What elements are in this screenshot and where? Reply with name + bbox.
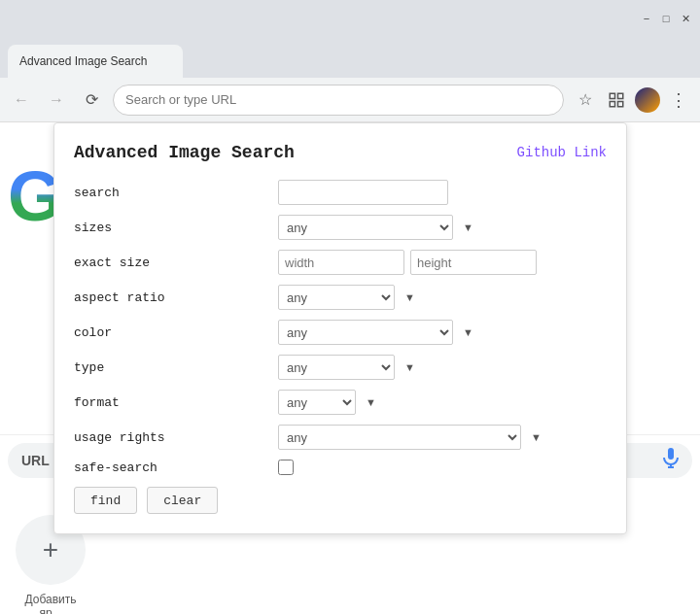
sizes-row: sizes any large medium icon ▼: [74, 215, 607, 240]
minimize-button[interactable]: −: [640, 12, 653, 25]
color-arrow: ▼: [463, 326, 473, 338]
svg-rect-2: [610, 101, 614, 106]
find-button[interactable]: find: [74, 487, 137, 514]
usage-rights-arrow: ▼: [531, 431, 542, 443]
sizes-label: sizes: [74, 221, 268, 235]
active-tab[interactable]: Advanced Image Search: [8, 45, 183, 78]
exact-size-label: exact size: [74, 256, 268, 270]
aspect-ratio-select[interactable]: any tall square wide panoramic: [278, 285, 395, 310]
usage-rights-row: usage rights any creative commons licens…: [74, 425, 607, 450]
bookmark-icon[interactable]: ☆: [572, 86, 599, 114]
format-select[interactable]: any jpg gif png bmp svg webp ico raw: [278, 390, 356, 415]
forward-button[interactable]: →: [43, 86, 70, 114]
add-icon: +: [43, 534, 58, 565]
popup-panel: Advanced Image Search Github Link search…: [53, 122, 627, 534]
aspect-ratio-label: aspect ratio: [74, 290, 268, 305]
extension-icon[interactable]: [603, 86, 630, 114]
chrome-tab-bar: Advanced Image Search: [0, 37, 700, 78]
chrome-toolbar: ← → ⟳ ☆ ⋮: [0, 78, 700, 122]
type-select[interactable]: any face photo clipart lineart animated: [278, 355, 395, 380]
type-label: type: [74, 360, 268, 375]
exact-size-row: exact size: [74, 250, 607, 275]
svg-rect-1: [618, 93, 623, 98]
google-logo: G: [0, 161, 58, 231]
close-button[interactable]: ✕: [679, 12, 692, 25]
safe-search-label: safe-search: [74, 460, 268, 475]
width-input[interactable]: [278, 250, 404, 275]
format-label: format: [74, 395, 268, 410]
main-content: G Advanced Image Search Github Link sear…: [0, 122, 700, 614]
format-arrow: ▼: [366, 396, 376, 408]
search-row: search: [74, 180, 607, 205]
popup-header: Advanced Image Search Github Link: [74, 143, 607, 162]
popup-title: Advanced Image Search: [74, 143, 295, 162]
safe-search-checkbox[interactable]: [278, 460, 294, 475]
mic-icon[interactable]: [663, 447, 679, 473]
url-input[interactable]: [125, 92, 551, 107]
height-input[interactable]: [410, 250, 537, 275]
sizes-select[interactable]: any large medium icon: [278, 215, 453, 240]
refresh-button[interactable]: ⟳: [78, 86, 105, 114]
google-g-letter: G: [0, 161, 58, 231]
restore-button[interactable]: □: [659, 12, 673, 25]
add-shortcut-label: Добавить яр...: [16, 593, 86, 614]
chrome-titlebar: − □ ✕: [0, 0, 700, 37]
color-select[interactable]: any full black and white transparent: [278, 320, 453, 345]
address-bar[interactable]: [113, 85, 564, 116]
usage-rights-select[interactable]: any creative commons licenses commercial…: [278, 425, 521, 450]
size-inputs: [278, 250, 537, 275]
safe-search-row: safe-search: [74, 460, 607, 475]
usage-rights-label: usage rights: [74, 430, 268, 445]
format-row: format any jpg gif png bmp svg webp ico …: [74, 390, 607, 415]
type-row: type any face photo clipart lineart anim…: [74, 355, 607, 380]
svg-rect-3: [618, 101, 623, 106]
color-label: color: [74, 325, 268, 340]
tab-label: Advanced Image Search: [19, 54, 147, 68]
clear-button[interactable]: clear: [147, 487, 218, 514]
type-arrow: ▼: [404, 361, 415, 373]
profile-icon[interactable]: [634, 86, 661, 114]
svg-rect-0: [610, 93, 614, 98]
sizes-arrow: ▼: [463, 222, 473, 233]
svg-rect-4: [668, 448, 674, 460]
menu-icon[interactable]: ⋮: [665, 86, 692, 114]
action-buttons: find clear: [74, 487, 607, 514]
github-link[interactable]: Github Link: [517, 145, 607, 160]
aspect-ratio-arrow: ▼: [404, 291, 415, 303]
color-row: color any full black and white transpare…: [74, 320, 607, 345]
toolbar-right: ☆ ⋮: [572, 86, 692, 114]
aspect-ratio-row: aspect ratio any tall square wide panora…: [74, 285, 607, 310]
search-label: search: [74, 186, 268, 200]
back-button[interactable]: ←: [8, 86, 35, 114]
search-input[interactable]: [278, 180, 448, 205]
